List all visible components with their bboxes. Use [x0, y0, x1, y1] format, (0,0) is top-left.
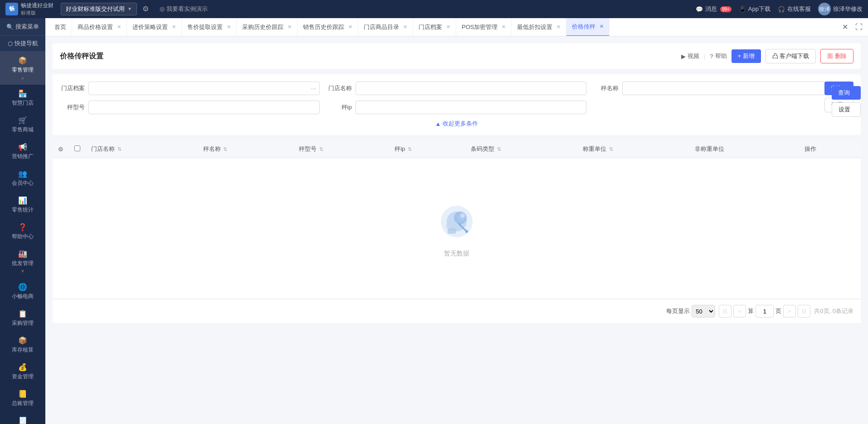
download-button[interactable]: 凸 客户端下载 [766, 49, 816, 63]
tab-close-icon[interactable]: ✕ [600, 24, 604, 29]
sidebar-quick-nav[interactable]: ⬡ 快捷导航 [0, 36, 45, 52]
sidebar-item-member-center[interactable]: 👥 会员中心 [0, 165, 45, 192]
sidebar-item-inventory[interactable]: 📦 库存核算 [0, 332, 45, 358]
tab-pos-encryption[interactable]: POS加密管理 ✕ [456, 18, 512, 36]
scale-name-input[interactable] [622, 82, 853, 95]
tab-close-all-button[interactable]: ✕ [840, 21, 850, 33]
empty-state-cell: 暂无数据 [53, 158, 861, 299]
nav-icon: ⬡ [8, 40, 13, 47]
tab-close-icon[interactable]: ✕ [172, 24, 176, 30]
ecommerce-icon: 🌐 [18, 283, 27, 291]
tab-store-file[interactable]: 门店档案 ✕ [413, 18, 456, 36]
version-selector[interactable]: 好业财标准版交付试用 ▼ [61, 3, 137, 15]
tab-purchase-history[interactable]: 采购历史价跟踪 ✕ [237, 18, 297, 36]
page-nav: ⟨⟨ ＜ 算 页 ＞ ⟩⟩ [719, 305, 810, 318]
ledger-icon: 📒 [18, 390, 27, 398]
empty-icon [434, 199, 479, 244]
tab-price-scale[interactable]: 价格传秤 ✕ [566, 18, 610, 36]
store-file-dots-icon[interactable]: ··· [311, 85, 316, 92]
table-body: 暂无数据 [53, 158, 861, 299]
delete-button[interactable]: 面 删除 [820, 49, 853, 63]
tab-close-icon[interactable]: ✕ [446, 24, 450, 30]
prev-page-button[interactable]: ＜ [733, 305, 746, 318]
sidebar-item-retail-management[interactable]: 📦 零售管理 ▲ [0, 52, 45, 85]
expand-arrow-icon: ▲ [20, 75, 25, 80]
chevron-down-icon: ▼ [127, 6, 132, 11]
table-header-weight-unit: 称重单位 ⇅ [577, 140, 689, 158]
sort-icon[interactable]: ⇅ [408, 146, 412, 152]
tab-price-extract[interactable]: 售价提取设置 ✕ [182, 18, 237, 36]
store-file-input[interactable] [88, 82, 320, 95]
sidebar-item-marketing[interactable]: 📢 营销推广 [0, 138, 45, 165]
page-number-input[interactable] [756, 305, 774, 318]
sort-icon[interactable]: ⇅ [117, 146, 122, 152]
tab-sales-history[interactable]: 销售历史价跟踪 ✕ [297, 18, 358, 36]
demo-link[interactable]: ◎ 我要看实例演示 [160, 5, 208, 13]
sidebar-search[interactable]: 🔍 搜索菜单 [0, 18, 45, 36]
collapse-button[interactable]: ▲ 收起更多条件 [435, 120, 478, 128]
online-service-button[interactable]: 🎧 在线客服 [778, 5, 811, 13]
table-header-operation: 操作 [799, 140, 861, 158]
tab-price-settings[interactable]: 商品价格设置 ✕ [72, 18, 127, 36]
main-area: 首页 商品价格设置 ✕ 进价策略设置 ✕ 售价提取设置 ✕ 采购历史价跟踪 ✕ [45, 18, 868, 424]
add-button[interactable]: + 新增 [731, 49, 761, 63]
store-name-input[interactable] [356, 82, 587, 95]
tab-close-icon[interactable]: ✕ [288, 24, 292, 30]
tab-store-catalog[interactable]: 门店商品目录 ✕ [358, 18, 413, 36]
marketing-icon: 📢 [18, 143, 27, 151]
sidebar-item-wholesale[interactable]: 🏭 批发管理 ▼ [0, 245, 45, 278]
sort-icon[interactable]: ⇅ [609, 146, 613, 152]
logo-icon: 畅 [5, 3, 18, 15]
tab-close-icon[interactable]: ✕ [348, 24, 352, 30]
next-page-button[interactable]: ＞ [783, 305, 796, 318]
tab-purchase-strategy[interactable]: 进价策略设置 ✕ [127, 18, 182, 36]
selector-settings-icon[interactable]: ⚙ [142, 5, 149, 13]
tab-close-icon[interactable]: ✕ [227, 24, 231, 30]
app-download-button[interactable]: 📱 App下载 [739, 5, 770, 13]
table-head: ⚙ 门店名称 ⇅ 秤名称 [53, 140, 861, 158]
sort-icon[interactable]: ⇅ [319, 146, 323, 152]
inventory-icon: 📦 [18, 336, 27, 345]
sort-icon[interactable]: ⇅ [497, 146, 501, 152]
table-header-scale-ip: 秤ip ⇅ [389, 140, 465, 158]
invoice-icon: 🧾 [18, 416, 27, 424]
gear-icon[interactable]: ⚙ [58, 146, 63, 153]
purchase-icon: 📋 [18, 309, 27, 318]
sidebar-item-smart-store[interactable]: 🏪 智慧门店 [0, 85, 45, 111]
last-page-button[interactable]: ⟩⟩ [798, 305, 810, 318]
sidebar-item-invoice[interactable]: 🧾 发票管理 [0, 412, 45, 424]
sidebar-item-ecommerce[interactable]: 🌐 小畅电商 [0, 278, 45, 305]
service-icon: 🎧 [778, 6, 785, 13]
help-link[interactable]: ? 帮助 [710, 52, 727, 60]
smart-store-icon: 🏪 [18, 89, 27, 98]
collapse-icon: ▲ [435, 120, 441, 127]
messages-button[interactable]: 💬 消息 99+ [696, 5, 731, 13]
sidebar-item-purchase[interactable]: 📋 采购管理 [0, 305, 45, 332]
user-menu[interactable]: 徐泽 徐泽华修改 [818, 3, 863, 15]
sidebar-item-retail-stats[interactable]: 📊 零售统计 [0, 192, 45, 218]
tab-min-discount[interactable]: 最低折扣设置 ✕ [512, 18, 566, 36]
tab-close-icon[interactable]: ✕ [403, 24, 407, 30]
tab-maximize-button[interactable]: ⛶ [853, 21, 864, 33]
select-all-checkbox[interactable] [74, 145, 80, 151]
sidebar-item-help-center[interactable]: ❓ 帮助中心 [0, 218, 45, 245]
tab-home[interactable]: 首页 [49, 18, 72, 36]
sort-icon[interactable]: ⇅ [223, 146, 227, 152]
sidebar-item-ledger[interactable]: 📒 总账管理 [0, 385, 45, 412]
tab-close-icon[interactable]: ✕ [502, 24, 506, 30]
video-link[interactable]: ▶ 视频 [681, 52, 699, 60]
scale-ip-input[interactable] [356, 101, 587, 114]
page-header: 价格传秤设置 ▶ 视频 | ? 帮助 + 新增 [53, 43, 861, 69]
scale-ip-label: 秤ip [327, 103, 352, 111]
first-page-button[interactable]: ⟨⟨ [719, 305, 731, 318]
filter-settings-button[interactable]: 设置 [832, 102, 861, 117]
sidebar-item-retail-mall[interactable]: 🛒 零售商城 [0, 111, 45, 138]
tab-close-icon[interactable]: ✕ [556, 24, 561, 30]
scale-model-input[interactable] [88, 101, 320, 114]
query-button[interactable]: 查询 [832, 86, 861, 100]
page-size-dropdown[interactable]: 20 50 100 [692, 305, 715, 318]
tab-close-icon[interactable]: ✕ [117, 24, 121, 30]
sidebar-item-finance[interactable]: 💰 资金管理 [0, 358, 45, 385]
sidebar: 🔍 搜索菜单 ⬡ 快捷导航 📦 零售管理 ▲ 🏪 智慧门店 🛒 零售商城 � [0, 18, 45, 424]
wholesale-icon: 🏭 [18, 250, 27, 258]
